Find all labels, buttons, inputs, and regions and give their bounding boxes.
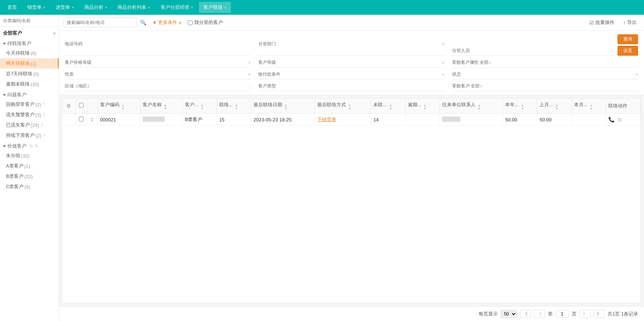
price-grade-arrow[interactable]: ∨ bbox=[248, 60, 251, 65]
value-group-refresh[interactable]: ↻ bbox=[29, 144, 33, 149]
nav-close-customer-contact[interactable]: × bbox=[224, 5, 226, 10]
manager-ellipsis[interactable]: ··· bbox=[610, 48, 615, 54]
value-group-edit[interactable]: ✎ bbox=[35, 144, 38, 149]
batch-ops-button[interactable]: ☑ 批量操作 bbox=[587, 18, 617, 27]
sidebar-item-declining-customers[interactable]: 持续下滑客户(2)? bbox=[0, 130, 59, 141]
nav-customer-tier[interactable]: 客户分层经营 × bbox=[156, 2, 197, 13]
sort-contact[interactable]: ▲▼ bbox=[235, 104, 238, 110]
advanced-filter-panel: 电话号码 分管部门 ∨ 分管人员 ··· bbox=[59, 31, 644, 95]
nav-close-customer-tier[interactable]: × bbox=[191, 5, 193, 10]
sidebar-item-overdue-contact[interactable]: 逾期未联络(30) bbox=[0, 79, 59, 89]
nav-close-purchase[interactable]: × bbox=[71, 5, 74, 10]
row-type: B类客户 bbox=[182, 114, 217, 126]
filter-manager-input[interactable] bbox=[478, 48, 611, 54]
cust-grade-arrow[interactable]: ∨ bbox=[442, 60, 445, 65]
settings-button[interactable]: 设置 bbox=[617, 46, 638, 56]
my-customers-checkbox[interactable] bbox=[188, 20, 193, 25]
filter-icon: ▼ bbox=[152, 20, 157, 25]
sidebar-pending-group: 待联络客户 bbox=[0, 38, 59, 48]
sort-this-month[interactable]: ▲▼ bbox=[589, 104, 593, 110]
help-icon-1[interactable]: ? bbox=[43, 113, 45, 117]
filter-sparse-attr: 零散客户属性 全部 ∨ bbox=[452, 59, 638, 68]
sort-this-year[interactable]: ▲▼ bbox=[521, 104, 524, 110]
filter-region-input[interactable] bbox=[91, 84, 247, 89]
nav-sales-order[interactable]: 销货单 × bbox=[23, 2, 50, 13]
sidebar-item-week-contact[interactable]: 近7天待联络(0) bbox=[0, 69, 59, 79]
grid-action-icon[interactable]: ⊞ bbox=[617, 117, 622, 122]
next-page-button[interactable]: 〉 bbox=[580, 310, 591, 318]
export-button[interactable]: ↑ 导出 bbox=[620, 18, 640, 27]
more-conditions-button[interactable]: ▼ 更多条件 ∧ bbox=[149, 18, 185, 27]
sort-partner-contacts[interactable]: ▲▼ bbox=[477, 104, 481, 110]
sidebar-collapse-btn[interactable]: « bbox=[53, 31, 56, 36]
export-icon: ↑ bbox=[623, 20, 626, 25]
sidebar-item-c-customers[interactable]: C类客户(6) bbox=[0, 182, 59, 192]
nav-purchase-order[interactable]: 进货单 × bbox=[51, 2, 78, 13]
sidebar-item-a-customers[interactable]: A类客户(1) bbox=[0, 161, 59, 171]
nav-product-analysis[interactable]: 商品分析 × bbox=[80, 2, 112, 13]
sort-code[interactable]: ▲▼ bbox=[121, 104, 125, 110]
nav-customer-contact[interactable]: 客户联络 × bbox=[199, 2, 231, 13]
sidebar-item-lost-customers[interactable]: 已流失客户(24)? bbox=[0, 120, 59, 130]
data-table-container: ⚙ 客户编码 ▲▼ 客户名称 bbox=[62, 98, 641, 303]
partner-contacts-masked bbox=[442, 117, 461, 122]
filter-phone-input[interactable] bbox=[91, 42, 251, 47]
sidebar-value-group: 价值客户 ↻ ✎ bbox=[0, 141, 59, 151]
row-checkbox[interactable] bbox=[79, 117, 84, 121]
sparse-attr-arrow[interactable]: ∨ bbox=[489, 60, 491, 65]
search-input[interactable] bbox=[63, 18, 137, 27]
filter-cust-type-input[interactable] bbox=[284, 84, 444, 89]
sort-overdue[interactable]: ▲▼ bbox=[423, 104, 427, 110]
sparse-cust-arrow[interactable]: ∨ bbox=[480, 84, 483, 89]
per-page-select[interactable]: 50 bbox=[501, 310, 517, 318]
nav-close-product-analysis[interactable]: × bbox=[105, 5, 107, 10]
filter-customer-grade: 客户等级 ∨ bbox=[258, 59, 444, 68]
row-this-year: 50.00 bbox=[503, 114, 537, 126]
filter-payment-input[interactable] bbox=[284, 72, 441, 77]
status-arrow[interactable]: ∨ bbox=[635, 72, 638, 77]
sort-name[interactable]: ▲▼ bbox=[164, 104, 167, 110]
filter-phone: 电话号码 bbox=[65, 34, 251, 56]
more-conditions-arrow: ∧ bbox=[178, 20, 182, 25]
region-ellipsis[interactable]: ··· bbox=[247, 83, 251, 89]
dept-dropdown-arrow[interactable]: ∨ bbox=[442, 42, 445, 46]
filter-cust-grade-input[interactable] bbox=[284, 60, 441, 65]
help-icon-0[interactable]: ? bbox=[43, 102, 45, 107]
nav-home[interactable]: 首页 bbox=[3, 2, 21, 13]
last-method-link[interactable]: 下销货单 bbox=[317, 117, 336, 122]
sort-last-month[interactable]: ▲▼ bbox=[555, 104, 559, 110]
prev-page-button[interactable]: 〈 bbox=[534, 310, 545, 318]
filter-status-input[interactable] bbox=[478, 72, 635, 77]
filter-nature-input[interactable] bbox=[91, 72, 248, 77]
filter-dept-input[interactable] bbox=[284, 42, 441, 47]
sidebar-item-tomorrow-contact[interactable]: 明天待联络(1) bbox=[0, 58, 59, 69]
first-page-button[interactable]: 《 bbox=[520, 310, 531, 318]
help-icon-3[interactable]: ? bbox=[43, 133, 45, 138]
filter-department: 分管部门 ∨ bbox=[258, 34, 444, 56]
sort-last-method[interactable]: ▲▼ bbox=[348, 104, 351, 110]
query-button[interactable]: 查询 bbox=[617, 34, 638, 44]
search-button[interactable]: 🔍 bbox=[140, 20, 146, 25]
sort-type[interactable]: ▲▼ bbox=[200, 104, 204, 110]
select-all-checkbox[interactable] bbox=[79, 103, 84, 108]
nav-close-sales[interactable]: × bbox=[43, 5, 45, 10]
page-input[interactable] bbox=[556, 310, 569, 318]
sidebar-search-input[interactable] bbox=[3, 18, 58, 23]
sidebar-item-abnormal-repurchase[interactable]: 回购异常客户(2)? bbox=[0, 99, 59, 110]
sidebar-item-ungrouped[interactable]: 未分组(32) bbox=[0, 151, 59, 161]
sort-un-contact[interactable]: ▲▼ bbox=[389, 104, 392, 110]
help-icon-2[interactable]: ? bbox=[41, 123, 43, 127]
last-page-button[interactable]: 》 bbox=[594, 310, 605, 318]
nav-close-product-list[interactable]: × bbox=[148, 5, 150, 10]
nature-arrow[interactable]: ∨ bbox=[248, 72, 251, 77]
phone-action-icon[interactable]: 📞 bbox=[608, 117, 615, 122]
nav-product-analysis-list[interactable]: 商品分析列表 × bbox=[113, 2, 154, 13]
sidebar-item-churn-warning[interactable]: 流失预警客户(3)? bbox=[0, 110, 59, 120]
filter-price-grade-input[interactable] bbox=[91, 60, 248, 65]
row-num: 1 bbox=[87, 114, 98, 126]
sidebar-item-b-customers[interactable]: B类客户(33) bbox=[0, 171, 59, 182]
payment-arrow[interactable]: ∨ bbox=[442, 72, 445, 77]
sidebar-item-today-contact[interactable]: 今天待联络(0) bbox=[0, 48, 59, 58]
gear-icon[interactable]: ⚙ bbox=[66, 103, 71, 109]
sort-last-date[interactable]: ▲▼ bbox=[284, 104, 288, 110]
